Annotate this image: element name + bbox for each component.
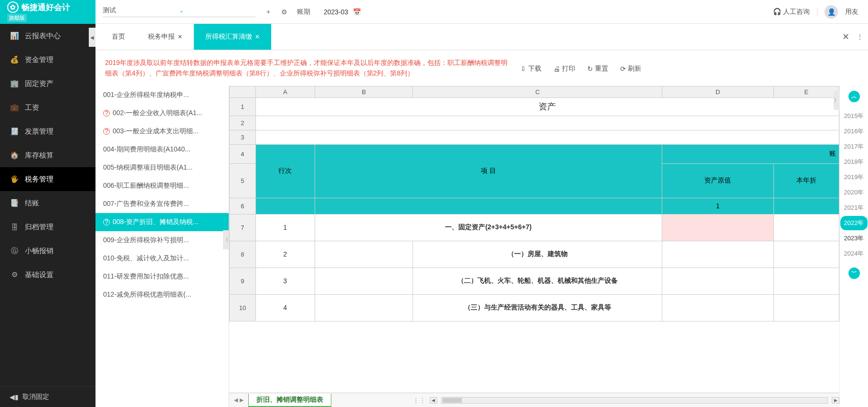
col-header[interactable]: E [773, 86, 839, 97]
refresh-button[interactable]: ⟳ 刷新 [620, 64, 641, 73]
sheet-drag-icon[interactable]: ⋮⋮ [409, 396, 430, 404]
year-item[interactable]: 2022年 [840, 216, 868, 230]
col-header[interactable]: B [315, 86, 413, 97]
corner-cell[interactable] [230, 86, 256, 97]
year-item[interactable]: 2017年 [840, 139, 868, 154]
line-number[interactable]: 1 [255, 214, 315, 241]
sidebar-item-asset[interactable]: 🏢固定资产 [0, 72, 95, 96]
form-item-1[interactable]: ?002-一般企业收入明细表(A1... [95, 104, 229, 122]
sidebar-item-archive[interactable]: 🗄归档管理 [0, 215, 95, 239]
cell[interactable] [662, 214, 773, 241]
year-item[interactable]: 2018年 [840, 155, 868, 169]
row-number[interactable]: 8 [230, 241, 256, 268]
form-item-7[interactable]: ?008-资产折旧、摊销及纳税... [95, 213, 229, 231]
sheet-title[interactable]: 资产 [255, 97, 839, 116]
year-item[interactable]: 2023年 [840, 231, 868, 246]
scroll-thumb[interactable] [443, 398, 462, 403]
tab-2[interactable]: 所得税汇算清缴✕ [194, 24, 271, 50]
tab-1[interactable]: 税务申报✕ [137, 24, 194, 50]
header-cell[interactable]: 项 目 [315, 144, 662, 198]
form-item-2[interactable]: ?003-一般企业成本支出明细... [95, 122, 229, 140]
form-item-3[interactable]: 004-期间费用明细表(A1040... [95, 140, 229, 159]
close-icon[interactable]: ✕ [178, 33, 182, 40]
form-item-9[interactable]: 010-免税、减计收入及加计... [95, 249, 229, 268]
year-item[interactable]: 2021年 [840, 201, 868, 215]
year-item[interactable]: 2019年 [840, 170, 868, 184]
cell[interactable] [315, 294, 413, 321]
year-item[interactable]: 2015年 [840, 109, 868, 123]
sidebar-item-money[interactable]: 💰资金管理 [0, 48, 95, 72]
row-number[interactable]: 4 [230, 144, 256, 163]
cell[interactable] [773, 214, 839, 241]
year-scroll-up[interactable]: ︽ [848, 91, 860, 102]
form-item-8[interactable]: 009-企业所得税弥补亏损明... [95, 231, 229, 249]
cell[interactable] [662, 294, 773, 321]
sidebar-item-tax[interactable]: 🖐税务管理 [0, 167, 95, 191]
sidebar-item-chart[interactable]: 📊云报表中心 [0, 24, 95, 48]
item-cell[interactable]: （一）房屋、建筑物 [413, 241, 662, 268]
cell[interactable] [773, 241, 839, 268]
form-item-11[interactable]: 012-减免所得税优惠明细表(... [95, 286, 229, 304]
row-number[interactable]: 7 [230, 214, 256, 241]
sidebar-item-settings[interactable]: ⚙基础设置 [0, 263, 95, 287]
form-item-0[interactable]: 001-企业所得税年度纳税申... [95, 86, 229, 104]
year-nav-expand[interactable]: 》 [834, 91, 839, 110]
form-item-6[interactable]: 007-广告费和业务宣传费跨... [95, 195, 229, 213]
line-number[interactable]: 2 [255, 241, 315, 268]
gear-icon[interactable]: ⚙ [281, 8, 287, 16]
header-cell[interactable]: 行次 [255, 144, 315, 198]
cell[interactable] [773, 268, 839, 294]
cell[interactable] [662, 241, 773, 268]
header-cell[interactable]: 账 [662, 144, 839, 163]
sidebar-collapse[interactable]: ◀ [89, 28, 95, 47]
period-picker[interactable]: 2023-03 📅 [320, 8, 361, 16]
cell[interactable] [255, 130, 839, 144]
sheet-prev-icon[interactable]: ▶ [240, 397, 243, 403]
line-number[interactable]: 3 [255, 268, 315, 294]
cell[interactable] [315, 268, 413, 294]
form-item-10[interactable]: 011-研发费用加计扣除优惠... [95, 268, 229, 286]
cell[interactable] [773, 198, 839, 214]
sidebar-item-close[interactable]: 📑结账 [0, 191, 95, 215]
close-all-icon[interactable]: ✕ [842, 32, 849, 42]
cell[interactable] [662, 268, 773, 294]
header-cell[interactable]: 本年折 [773, 163, 839, 198]
form-item-4[interactable]: 005-纳税调整项目明细表(A1... [95, 159, 229, 177]
company-select[interactable]: 测试 ⌄ [103, 6, 255, 17]
sidebar-item-inventory[interactable]: 🏠库存核算 [0, 143, 95, 167]
menu-icon[interactable]: ⋮ [857, 33, 863, 41]
header-cell[interactable]: 资产原值 [662, 163, 773, 198]
sidebar-item-invoice[interactable]: 🧾发票管理 [0, 119, 95, 143]
form-list-collapse[interactable]: 《 [223, 230, 229, 249]
row-number[interactable]: 9 [230, 268, 256, 294]
cell[interactable] [315, 198, 662, 214]
line-number[interactable]: 4 [255, 294, 315, 321]
cell[interactable] [315, 241, 413, 268]
row-number[interactable]: 2 [230, 116, 256, 130]
col-header[interactable]: D [662, 86, 773, 97]
scroll-right-icon[interactable]: ▶ [832, 397, 839, 404]
row-number[interactable]: 3 [230, 130, 256, 144]
sheet-first-icon[interactable]: ◀ [234, 397, 238, 403]
row-number[interactable]: 5 [230, 163, 256, 198]
sheet-tab[interactable]: 折旧、摊销调整明细表 [248, 394, 331, 407]
spreadsheet[interactable]: A B C D E 1 资产 2 [229, 86, 839, 393]
form-item-5[interactable]: 006-职工薪酬纳税调整明细... [95, 177, 229, 195]
item-cell[interactable]: （二）飞机、火车、轮船、机器、机械和其他生产设备 [413, 268, 662, 294]
hscrollbar[interactable] [441, 397, 828, 404]
col-header[interactable]: A [255, 86, 315, 97]
year-item[interactable]: 2024年 [840, 246, 868, 261]
year-item[interactable]: 2020年 [840, 185, 868, 200]
print-button[interactable]: 🖨 打印 [553, 64, 575, 73]
scroll-left-icon[interactable]: ◀ [430, 397, 437, 404]
item-cell[interactable]: （三）与生产经营活动有关的器具、工具、家具等 [413, 294, 662, 321]
row-number[interactable]: 1 [230, 97, 256, 116]
support-button[interactable]: 🎧 人工咨询 [773, 8, 810, 16]
tab-0[interactable]: 首页 [100, 24, 137, 50]
year-scroll-down[interactable]: ︾ [848, 268, 860, 279]
download-button[interactable]: ⇩ 下载 [520, 64, 541, 73]
cell[interactable] [773, 294, 839, 321]
cell[interactable] [255, 198, 315, 214]
reset-button[interactable]: ↻ 重置 [587, 64, 608, 73]
col-header[interactable]: C [413, 86, 662, 97]
